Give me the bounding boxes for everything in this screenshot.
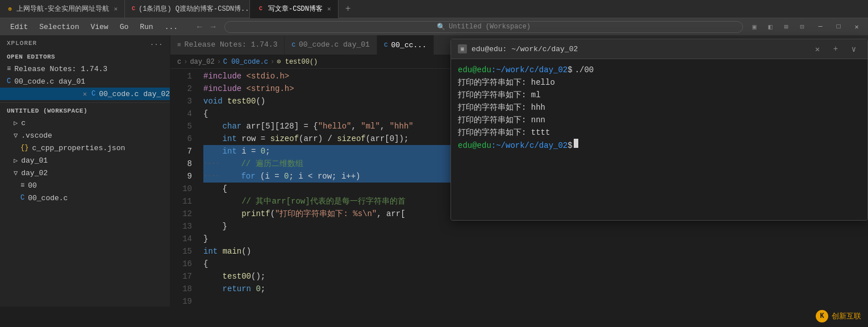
token-18-4: ; (261, 283, 265, 295)
editor-tab-day02[interactable]: C 00_cc... (377, 35, 434, 55)
menu-selection[interactable]: Selection (34, 18, 85, 35)
menu-view[interactable]: View (85, 18, 114, 35)
day02-folder-chevron: ▽ (14, 169, 18, 177)
breadcrumb-sep1: › (183, 58, 187, 66)
browser-tab-2[interactable]: C (1条消息) Q渡劫的博客-CSDN博... ✕ (125, 0, 250, 18)
term-cmd-1: ./00 (575, 64, 594, 76)
terminal-panel: ▣ edu@edu: ~/work/c/day_02 ✕ + ∨ edu@edu… (450, 39, 868, 221)
term-output-6: 打印的字符串如下: tttt (458, 126, 550, 139)
line-numbers: 1 2 3 4 5 6 7 8 9 10 11 12 13 14 15 16 1… (170, 69, 199, 307)
line-num-4: 4 (170, 107, 192, 120)
token-1-1: #include (203, 70, 241, 82)
back-button[interactable]: ← (193, 20, 206, 34)
browser-tab-3[interactable]: C 写文章-CSDN博客 ✕ (250, 0, 339, 18)
token-3-3: test00 (227, 95, 256, 107)
menu-edit[interactable]: Edit (5, 18, 34, 35)
close-button[interactable]: ✕ (850, 20, 863, 34)
token-6-6: (arr[0]); (366, 133, 409, 145)
sidebar-item-c-folder[interactable]: ▷ c (0, 117, 170, 129)
terminal-line-5: 打印的字符串如下: nnn (458, 114, 861, 126)
day02-close-icon[interactable]: ✕ (83, 90, 87, 98)
sidebar-item-day01-folder-label: day_01 (21, 156, 48, 165)
menu-more[interactable]: ... (159, 18, 183, 35)
sidebar-item-cppprops[interactable]: {} c_cpp_properties.json (0, 142, 170, 154)
token-16-1: { (203, 258, 208, 270)
token-10-1: { (223, 183, 227, 195)
sidebar-item-release-notes[interactable]: ≡ Release Notes: 1.74.3 (0, 63, 170, 75)
browser-tabs-bar: ⊕ 上网导航-安全实用的网址导航 ✕ C (1条消息) Q渡劫的博客-CSDN博… (0, 0, 868, 18)
toolbar-icon-1[interactable]: ▣ (748, 20, 761, 34)
forward-button[interactable]: → (206, 20, 220, 34)
terminal-line-7: edu@edu:~/work/c/day_02$ (458, 139, 861, 152)
toolbar-icon-3[interactable]: ⊞ (779, 20, 793, 34)
menu-go[interactable]: Go (114, 18, 135, 35)
sidebar-item-vscode-label: .vscode (21, 131, 52, 140)
token-6-5: sizeof (337, 133, 365, 145)
editor-tab-release-notes[interactable]: ≡ Release Notes: 1.74.3 (170, 35, 285, 55)
token-3-1: void (203, 95, 223, 107)
new-tab-button[interactable]: + (339, 4, 358, 14)
token-11-pre (203, 195, 241, 208)
sidebar-item-00code-day02[interactable]: ✕ C 00_code.c day_02 (0, 88, 170, 100)
sidebar: XPLORER ... OPEN EDITORS ≡ Release Notes… (0, 35, 170, 307)
token-15-4: () (241, 245, 251, 258)
line-num-5: 5 (170, 120, 192, 133)
line-num-17: 17 (170, 270, 192, 283)
sidebar-item-cppprops-label: c_cpp_properties.json (32, 144, 125, 152)
token-7-1: int (223, 145, 237, 158)
editor-tab-release-notes-label: Release Notes: 1.74.3 (185, 40, 278, 49)
code-line-15: int main() (203, 245, 868, 258)
tab1-close[interactable]: ✕ (114, 5, 118, 13)
token-6-4: (arr) / (299, 133, 337, 145)
address-text: Untitled (Workspace) (449, 23, 531, 31)
token-14-1: } (203, 233, 208, 245)
token-5-2: arr (241, 120, 261, 133)
line-num-10: 10 (170, 183, 192, 195)
watermark-icon: K (816, 310, 828, 322)
line9-dots: ···· (203, 170, 220, 183)
sidebar-item-vscode-folder[interactable]: ▽ .vscode (0, 129, 170, 142)
tab3-close[interactable]: ✕ (327, 5, 331, 13)
release-notes-icon: ≡ (7, 65, 11, 73)
terminal-chevron-button[interactable]: ∨ (847, 42, 861, 56)
token-5-7: , (380, 120, 390, 133)
token-9-pre (222, 170, 241, 183)
editor-tab-day01[interactable]: C 00_code.c day_01 (285, 35, 377, 55)
editor-tab-day02-label: 00_cc... (391, 41, 426, 49)
minimize-button[interactable]: ─ (813, 20, 827, 34)
sidebar-item-c-label: c (21, 119, 26, 127)
day01-file-icon: C (7, 77, 11, 85)
terminal-title-text: edu@edu: ~/work/c/day_02 (471, 45, 806, 53)
c-folder-chevron: ▷ (14, 119, 18, 127)
sidebar-item-day02-label: 00_code.c day_02 (99, 90, 170, 98)
term-dollar-1: $ (567, 64, 572, 76)
sidebar-item-file-00[interactable]: ≡ 00 (0, 179, 170, 192)
sidebar-item-00code-day01[interactable]: C 00_code.c day_01 (0, 75, 170, 88)
toolbar-icon-2[interactable]: ◧ (763, 20, 777, 34)
token-9-3: 0 (284, 170, 289, 183)
term-user-1: edu@edu (458, 64, 491, 76)
toolbar-icon-4[interactable]: ⊡ (795, 20, 809, 34)
terminal-close-icon[interactable]: ✕ (811, 42, 824, 56)
menu-run[interactable]: Run (134, 18, 158, 35)
browser-tab-1[interactable]: ⊕ 上网导航-安全实用的网址导航 ✕ (0, 0, 125, 18)
breadcrumb-c: c (177, 58, 181, 66)
line-num-13: 13 (170, 220, 192, 233)
json-file-icon: {} (20, 144, 28, 152)
term-path-2: :~/work/c/day_02 (491, 139, 567, 152)
maximize-button[interactable]: □ (832, 20, 845, 34)
line-num-1: 1 (170, 70, 192, 82)
terminal-new-tab-button[interactable]: + (829, 42, 842, 56)
terminal-body[interactable]: edu@edu:~/work/c/day_02$ ./00 打印的字符串如下: … (451, 59, 867, 220)
token-6-1: int (223, 133, 237, 145)
sidebar-item-day02-folder[interactable]: ▽ day_02 (0, 167, 170, 179)
sidebar-item-file-00code[interactable]: C 00_code.c (0, 192, 170, 204)
sidebar-item-day01-folder[interactable]: ▷ day_01 (0, 154, 170, 167)
term-output-5: 打印的字符串如下: nnn (458, 114, 545, 126)
day02-file-icon: C (91, 90, 95, 98)
watermark: K 创新互联 (816, 310, 861, 322)
token-4-1: { (203, 107, 208, 120)
sidebar-more-icon[interactable]: ... (150, 40, 163, 47)
code-line-13: } (203, 220, 868, 233)
token-18-pre (203, 283, 223, 295)
